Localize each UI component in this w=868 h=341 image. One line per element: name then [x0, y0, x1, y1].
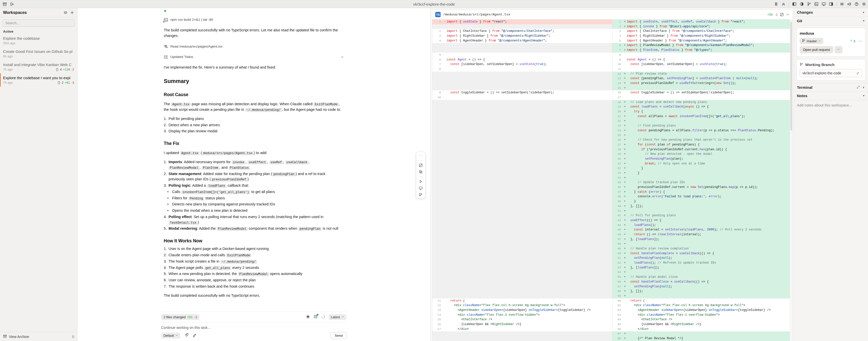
archive-count: 0 [72, 335, 74, 339]
pen-icon[interactable] [193, 333, 197, 338]
changes-section-header[interactable]: Changes [794, 8, 868, 17]
menu-icon[interactable] [840, 2, 844, 6]
terminal-section-header[interactable]: Terminal [794, 83, 868, 92]
search-input[interactable] [3, 20, 75, 27]
send-button[interactable]: Send [331, 332, 346, 339]
chat-scroll-area[interactable]: npm run build 2>&1 | tail -80The build c… [78, 8, 430, 309]
terminal-box-icon[interactable] [814, 2, 818, 6]
list-marker: 4. [164, 265, 168, 271]
workspace-item[interactable]: Install and integrate Vibe Kanban Web C7… [0, 60, 77, 73]
dots-h-icon[interactable] [419, 154, 423, 158]
code-chip: Agent.tsx [180, 151, 200, 155]
layers-icon[interactable] [64, 11, 68, 15]
composer: 2 files changed +61 -3 Latest [78, 312, 430, 341]
workspace-item-time: 7h ago [3, 68, 13, 71]
gear-icon[interactable] [862, 2, 866, 6]
chevron-down-icon [341, 315, 344, 319]
megaphone-icon[interactable] [847, 2, 851, 6]
diff-gap-row [432, 199, 612, 204]
monitor-icon[interactable] [822, 2, 826, 6]
workspace-item-time: 35m ago [3, 41, 16, 45]
help-icon[interactable] [855, 2, 859, 6]
panel-right-icon[interactable] [829, 2, 833, 6]
bold-text: Polling logic [168, 183, 190, 187]
tool-call-read[interactable]: Read medusa/src/pages/Agent.tsx [164, 44, 344, 49]
tool-call-todos[interactable]: Updated Todos [164, 54, 344, 59]
paragraph: I updated Agent.tsx (medusa/src/pages/Ag… [164, 150, 342, 156]
play-icon[interactable] [419, 180, 423, 183]
branch-icon[interactable] [807, 2, 811, 6]
branch-dropdown[interactable]: master [800, 38, 823, 44]
branch-icon[interactable] [419, 193, 423, 196]
chevrons-up-icon[interactable] [781, 2, 785, 6]
copy-icon[interactable] [419, 170, 423, 174]
mode-label: Default [163, 334, 174, 337]
panel-left-icon[interactable] [792, 2, 796, 6]
diff-line: 5import { AgentHeader } from "@/componen… [612, 38, 793, 43]
diff-line: 12 <div className="flex flex-col h-scree… [432, 303, 612, 308]
workspace-item[interactable]: Create Good First Issues on Github So pl… [0, 47, 77, 60]
diff-line: 13+ const [pendingPlan, setPendingPlan] … [612, 76, 793, 81]
diff-line: 7 const [sidebarOpen, setSidebarOpen] = … [432, 62, 612, 67]
notes-placeholder[interactable]: Add notes about this workspace... [794, 100, 868, 110]
list-item-text: Detect when a new plan arrives [168, 122, 220, 128]
list-marker: 3. [164, 259, 168, 265]
git-branch-icon [802, 39, 805, 43]
collapse-file-icon[interactable] [786, 13, 789, 16]
files-changed-badge[interactable]: 2 files changed +61 -3 [161, 314, 199, 320]
monitor-icon[interactable] [419, 186, 423, 190]
paragraph: The build completed successfully with no… [164, 293, 342, 299]
archive-icon[interactable] [3, 2, 7, 6]
diff-gap-row [432, 119, 612, 123]
message-input[interactable] [161, 322, 347, 332]
more-menu-icon[interactable] [858, 39, 862, 43]
diff-view-toggle-icon[interactable] [780, 13, 784, 17]
todos-status-icon[interactable] [314, 315, 318, 320]
diff-line: 9 const toggleSidebar = () => setSidebar… [432, 90, 612, 95]
workspace-item-stats: 4+134-2 [56, 68, 74, 71]
diff-gap-row [432, 204, 612, 209]
diff-file-header[interactable]: TS /medusa/medusa/src/pages/Agent.tsx +5… [432, 10, 792, 19]
working-branch-input[interactable]: vk/3ccf-explore-the-code [800, 69, 862, 77]
git-section-header[interactable]: Git [794, 17, 868, 25]
workspace-item[interactable]: Explore the codebase35m ago [0, 34, 77, 47]
diff-line: 46+ return () => clearInterval(interval)… [612, 232, 793, 237]
latest-dropdown[interactable]: Latest [329, 314, 346, 320]
burst-icon[interactable] [306, 315, 310, 320]
plus-icon[interactable] [70, 11, 74, 15]
diff-scrollbar[interactable] [790, 19, 792, 341]
list-item-text: Polling effect: Set up a polling interva… [168, 214, 342, 225]
toolbar-separator [418, 160, 423, 161]
pull-request-options-button[interactable] [835, 46, 842, 53]
tool-call-terminal-box[interactable]: npm run build 2>&1 | tail -80 [164, 17, 344, 22]
workspace-item-time: 6h ago [3, 55, 13, 58]
notes-section-header[interactable]: Notes [794, 92, 868, 100]
list-item: 6.User can review, annotate, approve, or… [164, 278, 342, 283]
diff-line: 1-import { useState } from "react"; [432, 20, 612, 24]
diff-line: 28+ if (!previousPlanIdsRef.current.has(… [612, 147, 793, 152]
diff-line: 5 [432, 53, 612, 57]
list-item: 7.The response is written back and the h… [164, 284, 342, 289]
pause-icon[interactable] [774, 2, 778, 6]
mode-dropdown[interactable]: Default [161, 333, 180, 338]
sign-out-icon[interactable] [10, 2, 14, 6]
diff-gap-row [432, 260, 612, 266]
paperclip-icon[interactable] [184, 333, 189, 338]
chevron-down-icon[interactable] [341, 55, 344, 59]
diff-line: 35+ // Update tracked plan IDs [612, 180, 793, 185]
diff-gap-row [432, 256, 612, 260]
terminal-label: Terminal [797, 85, 812, 90]
view-archive-button[interactable]: View Archive 0 [0, 332, 77, 341]
diff-slash-icon[interactable] [419, 163, 423, 167]
open-pull-request-button[interactable]: Open pull request [800, 46, 833, 53]
workspace-item-meta: 7h ago4+134-2 [3, 68, 74, 71]
diff-file-path: /medusa/medusa/src/pages/Agent.tsx [443, 13, 510, 17]
lines-added: +134 [63, 68, 70, 71]
expand-icon[interactable] [857, 85, 860, 90]
contrast-icon[interactable] [800, 2, 804, 6]
list-item-text: Polling logic: Added a loadPlans callbac… [168, 183, 249, 188]
diff-line: 25+ [612, 133, 793, 138]
diff-gap-row [432, 48, 612, 53]
tool-call-label: Read medusa/src/pages/Agent.tsx [170, 44, 222, 49]
workspace-item[interactable]: Explore the codebase I want you to expl7… [0, 73, 77, 87]
